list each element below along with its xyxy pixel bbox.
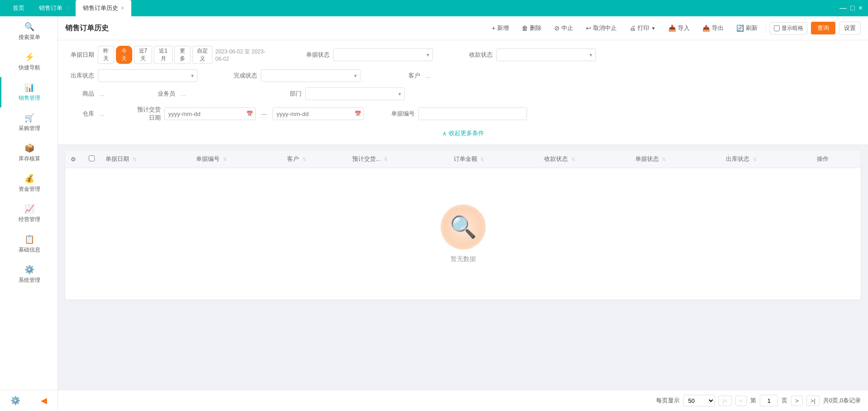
sidebar-item-purchase[interactable]: 🛒 采购管理: [0, 107, 58, 138]
sidebar-item-sales[interactable]: 📊 销售管理: [0, 77, 58, 107]
collapse-more-btn[interactable]: ∧ 收起更多条件: [65, 127, 861, 139]
th-checkbox: [83, 150, 100, 168]
sort-customer-icon: ⇅: [302, 157, 306, 162]
display-cols-checkbox[interactable]: [774, 25, 780, 31]
prev-page-button[interactable]: <: [735, 396, 747, 406]
delivery-date-to-wrapper: 📅: [273, 107, 364, 120]
th-settings[interactable]: ⚙: [65, 150, 83, 168]
yesterday-btn[interactable]: 昨天: [98, 46, 114, 64]
query-button[interactable]: 查询: [811, 22, 835, 34]
first-page-button[interactable]: |<: [719, 396, 732, 406]
import-button[interactable]: 📥 导入: [664, 22, 694, 34]
tab-home[interactable]: 首页: [5, 0, 32, 16]
close-sales-order-tab[interactable]: ×: [65, 5, 68, 11]
page-number-input[interactable]: [760, 395, 778, 406]
page-size-select[interactable]: 50 20 100: [683, 395, 715, 406]
new-button[interactable]: + 新增: [487, 22, 513, 34]
display-cols-button[interactable]: 显示暗格: [770, 22, 807, 34]
outbound-status-label: 出库状态: [65, 72, 94, 80]
delivery-date-from-input[interactable]: [164, 107, 256, 120]
window-maximize-icon[interactable]: □: [850, 4, 855, 12]
stop-icon: ⊘: [554, 24, 560, 32]
window-close-icon[interactable]: ×: [858, 4, 863, 12]
last1month-btn[interactable]: 近1月: [154, 46, 173, 64]
custom-btn[interactable]: 自定义: [192, 46, 213, 64]
sidebar-toggle-icon[interactable]: ◀: [41, 396, 47, 406]
date-range-btns: 昨天 今天 近7天 近1月 更多 自定义: [98, 46, 212, 64]
delete-button[interactable]: 🗑 删除: [517, 22, 546, 34]
filter-row-2: 出库状态 ▼ 完成状态 ▼ 客户 ...: [65, 69, 861, 82]
order-number-input[interactable]: [418, 107, 527, 120]
outbound-status-select[interactable]: [98, 69, 197, 82]
empty-state: 🔍 暂无数据: [65, 168, 861, 300]
delivery-date-label: 预计交货日期: [132, 106, 161, 122]
th-customer[interactable]: 客户 ⇅: [282, 150, 347, 168]
sidebar-item-quick-nav-label: 快捷导航: [19, 64, 40, 72]
tab-sales-order[interactable]: 销售订单 ×: [32, 0, 76, 16]
purchase-icon: 🛒: [24, 113, 34, 123]
empty-visual-icon: 🔍: [450, 214, 477, 240]
sidebar-item-finance[interactable]: 💰 资金管理: [0, 168, 58, 198]
empty-visual-inner: 🔍: [441, 204, 486, 250]
stop-button[interactable]: ⊘ 中止: [550, 22, 578, 34]
th-number[interactable]: 单据编号 ⇅: [191, 150, 281, 168]
quick-nav-icon: ⚡: [24, 52, 34, 62]
page-unit: 页: [782, 396, 787, 405]
date-range-separator: —: [261, 111, 267, 117]
sidebar-item-quick-nav[interactable]: ⚡ 快捷导航: [0, 47, 58, 77]
select-all-checkbox[interactable]: [89, 155, 95, 161]
sort-date-icon: ⇅: [133, 157, 136, 162]
export-icon: 📤: [702, 24, 710, 32]
sidebar-item-purchase-label: 采购管理: [19, 125, 40, 132]
more-btn[interactable]: 更多: [174, 46, 191, 64]
completion-status-select[interactable]: [261, 69, 360, 82]
finance-icon: 💰: [24, 174, 34, 184]
sidebar-item-operations[interactable]: 📈 经营管理: [0, 198, 58, 229]
tab-sales-order-history[interactable]: 销售订单历史 ×: [76, 0, 131, 16]
warehouse-ellipsis-btn[interactable]: ...: [98, 111, 106, 117]
th-outbound-status[interactable]: 出库状态 ⇅: [720, 150, 811, 168]
refresh-button[interactable]: 🔄 刷新: [732, 22, 762, 34]
delivery-date-from-wrapper: 📅: [164, 107, 256, 120]
th-amount[interactable]: 订单金额 ⇅: [448, 150, 539, 168]
export-button[interactable]: 📤 导出: [698, 22, 728, 34]
last7-btn[interactable]: 近7天: [134, 46, 153, 64]
total-text: 共0页,0条记录: [823, 396, 861, 405]
import-icon: 📥: [668, 24, 676, 32]
order-number-label: 单据编号: [386, 110, 415, 118]
customer-ellipsis-btn[interactable]: ...: [424, 73, 432, 79]
last-page-button[interactable]: >|: [806, 396, 820, 406]
department-select[interactable]: [305, 87, 405, 100]
tab-sales-order-history-label: 销售订单历史: [83, 4, 118, 12]
today-btn[interactable]: 今天: [116, 46, 132, 64]
cancel-stop-button[interactable]: ↩ 取消中止: [581, 22, 621, 34]
window-minimize-icon[interactable]: —: [839, 4, 847, 12]
search-menu-icon: 🔍: [24, 22, 34, 32]
sidebar-item-basic-info[interactable]: 📋 基础信息: [0, 229, 58, 259]
th-pay-status[interactable]: 收款状态 ⇅: [539, 150, 629, 168]
product-ellipsis-btn[interactable]: ...: [98, 91, 106, 97]
salesman-ellipsis-btn[interactable]: ...: [179, 91, 187, 97]
department-label: 部门: [273, 90, 302, 98]
toolbar-divider: [766, 24, 766, 33]
settings-button[interactable]: 设置: [839, 22, 861, 34]
next-page-button[interactable]: >: [791, 396, 803, 406]
outbound-status-wrapper: ▼: [98, 69, 197, 82]
close-sales-order-history-tab[interactable]: ×: [121, 5, 124, 11]
print-button[interactable]: 🖨 打印 ▼: [625, 22, 660, 34]
print-icon: 🖨: [629, 24, 636, 32]
delivery-date-to-input[interactable]: [273, 107, 364, 120]
order-status-select[interactable]: [333, 48, 433, 61]
empty-state-cell: 🔍 暂无数据: [65, 168, 861, 300]
sidebar-item-system-label: 系统管理: [19, 276, 40, 284]
sidebar-item-search-menu[interactable]: 🔍 搜索菜单: [0, 16, 58, 47]
pay-status-select[interactable]: [496, 48, 596, 61]
sidebar-item-system[interactable]: ⚙️ 系统管理: [0, 259, 58, 290]
th-order-status[interactable]: 单据状态 ⇅: [630, 150, 720, 168]
sidebar-settings-icon[interactable]: ⚙️: [10, 396, 20, 406]
th-date[interactable]: 单据日期 ⇅: [100, 150, 191, 168]
operations-icon: 📈: [24, 204, 34, 214]
th-delivery[interactable]: 预计交货... ⇅: [347, 150, 448, 168]
sidebar-item-inventory[interactable]: 📦 库存核算: [0, 138, 58, 168]
sort-number-icon: ⇅: [223, 157, 227, 162]
